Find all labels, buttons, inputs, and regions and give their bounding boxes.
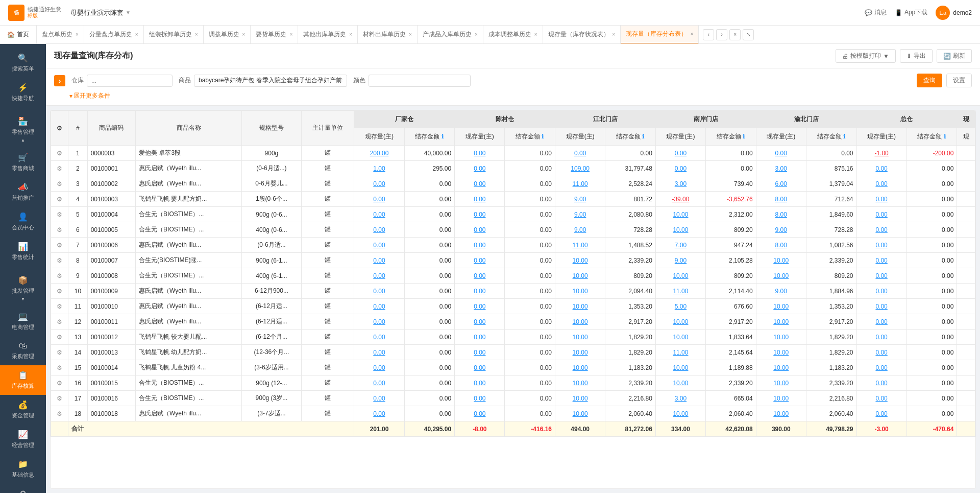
- cell-yubei-qty[interactable]: 8.00: [756, 238, 806, 253]
- close-icon[interactable]: ×: [195, 32, 198, 37]
- cell-yubei-qty[interactable]: 6.00: [756, 176, 806, 192]
- tab-inventory-dist[interactable]: 现存量（库存分布表） ×: [621, 26, 699, 44]
- settings-icon[interactable]: ⚙: [57, 125, 62, 132]
- cell-total-qty[interactable]: 0.00: [856, 391, 906, 406]
- cell-jiangbei-qty[interactable]: 10.00: [555, 406, 605, 421]
- sidebar-item-system[interactable]: ⚙ 系统管理: [0, 484, 46, 493]
- cell-jiangbei-qty[interactable]: 10.00: [555, 330, 605, 345]
- cell-jiangbei-qty[interactable]: 9.00: [555, 207, 605, 222]
- cell-settings[interactable]: ⚙: [51, 176, 68, 192]
- cell-nanan-qty[interactable]: 10.00: [655, 375, 705, 391]
- cell-total-qty[interactable]: 0.00: [856, 299, 906, 314]
- tab-home[interactable]: 🏠 首页: [0, 26, 37, 44]
- cell-changjiaCun-qty[interactable]: 0.00: [354, 299, 404, 314]
- cell-changjiaCun-qty[interactable]: 0.00: [354, 284, 404, 299]
- cell-nanan-qty[interactable]: 3.00: [655, 176, 705, 192]
- cell-yubei-qty[interactable]: 10.00: [756, 375, 806, 391]
- cell-chencun-qty[interactable]: 0.00: [455, 146, 505, 161]
- tab-assemble[interactable]: 组装拆卸单历史 ×: [144, 26, 204, 44]
- cell-total-qty[interactable]: 0.00: [856, 375, 906, 391]
- cell-yubei-qty[interactable]: 10.00: [756, 345, 806, 360]
- cell-chencun-qty[interactable]: 0.00: [455, 253, 505, 268]
- cell-changjiaCun-qty[interactable]: 0.00: [354, 207, 404, 222]
- tab-expand-button[interactable]: ⤡: [743, 29, 754, 40]
- tab-cost-adjust[interactable]: 成本调整单历史 ×: [483, 26, 543, 44]
- cell-jiangbei-qty[interactable]: 10.00: [555, 299, 605, 314]
- cell-chencun-qty[interactable]: 0.00: [455, 391, 505, 406]
- cell-nanan-qty[interactable]: 0.00: [655, 161, 705, 176]
- cell-changjiaCun-qty[interactable]: 0.00: [354, 238, 404, 253]
- cell-jiangbei-qty[interactable]: 10.00: [555, 375, 605, 391]
- sidebar-item-quicknav[interactable]: ⚡ 快捷导航: [0, 78, 46, 107]
- goods-input[interactable]: [194, 75, 347, 87]
- sidebar-item-inventory[interactable]: 📋 库存核算: [0, 365, 46, 395]
- cell-chencun-qty[interactable]: 0.00: [455, 268, 505, 284]
- cell-chencun-qty[interactable]: 0.00: [455, 330, 505, 345]
- cell-jiangbei-qty[interactable]: 10.00: [555, 391, 605, 406]
- cell-yubei-qty[interactable]: 8.00: [756, 207, 806, 222]
- cell-nanan-qty[interactable]: 10.00: [655, 268, 705, 284]
- close-icon[interactable]: ×: [690, 31, 693, 37]
- cell-settings[interactable]: ⚙: [51, 391, 68, 406]
- cell-nanan-qty[interactable]: 7.00: [655, 238, 705, 253]
- cell-changjiaCun-qty[interactable]: 0.00: [354, 360, 404, 375]
- cell-settings[interactable]: ⚙: [51, 314, 68, 330]
- cell-settings[interactable]: ⚙: [51, 238, 68, 253]
- tab-requisition[interactable]: 要货单历史 ×: [251, 26, 298, 44]
- close-icon[interactable]: ×: [349, 32, 352, 37]
- company-dropdown[interactable]: 母婴行业演示陈套 ▼: [70, 8, 131, 17]
- sidebar-item-retail-shop[interactable]: 🛒 零售商城: [0, 148, 46, 177]
- cell-settings[interactable]: ⚙: [51, 146, 68, 161]
- message-button[interactable]: 💬 消息: [865, 8, 887, 17]
- cell-changjiaCun-qty[interactable]: 0.00: [354, 345, 404, 360]
- cell-nanan-qty[interactable]: -39.00: [655, 192, 705, 207]
- cell-total-qty[interactable]: 0.00: [856, 253, 906, 268]
- cell-total-qty[interactable]: 0.00: [856, 176, 906, 192]
- tab-other-out[interactable]: 其他出库单历史 ×: [298, 26, 358, 44]
- sidebar-item-member[interactable]: 👤 会员中心: [0, 207, 46, 237]
- cell-chencun-qty[interactable]: 0.00: [455, 314, 505, 330]
- sidebar-item-marketing[interactable]: 📣 营销推广: [0, 177, 46, 207]
- cell-nanan-qty[interactable]: 10.00: [655, 330, 705, 345]
- close-icon[interactable]: ×: [475, 32, 478, 37]
- cell-yubei-qty[interactable]: 10.00: [756, 391, 806, 406]
- cell-nanan-qty[interactable]: 0.00: [655, 146, 705, 161]
- cell-yubei-qty[interactable]: 9.00: [756, 284, 806, 299]
- close-icon[interactable]: ×: [289, 32, 292, 37]
- cell-nanan-qty[interactable]: 11.00: [655, 345, 705, 360]
- cell-total-qty[interactable]: 0.00: [856, 222, 906, 238]
- cell-changjiaCun-qty[interactable]: 0.00: [354, 330, 404, 345]
- cell-settings[interactable]: ⚙: [51, 406, 68, 421]
- cell-jiangbei-qty[interactable]: 11.00: [555, 238, 605, 253]
- cell-total-qty[interactable]: 0.00: [856, 360, 906, 375]
- close-icon[interactable]: ×: [135, 32, 138, 37]
- cell-settings[interactable]: ⚙: [51, 284, 68, 299]
- cell-chencun-qty[interactable]: 0.00: [455, 238, 505, 253]
- cell-yubei-qty[interactable]: 10.00: [756, 406, 806, 421]
- cell-nanan-qty[interactable]: 10.00: [655, 406, 705, 421]
- tab-next-button[interactable]: ›: [716, 29, 727, 40]
- cell-total-qty[interactable]: 0.00: [856, 192, 906, 207]
- cell-nanan-qty[interactable]: 10.00: [655, 360, 705, 375]
- tab-close-all-button[interactable]: ×: [729, 29, 741, 40]
- cell-yubei-qty[interactable]: 9.00: [756, 222, 806, 238]
- warehouse-input[interactable]: [87, 75, 173, 87]
- cell-chencun-qty[interactable]: 0.00: [455, 360, 505, 375]
- export-button[interactable]: ⬇ 导出: [900, 49, 933, 63]
- sidebar-item-finance[interactable]: 💰 资金管理: [0, 395, 46, 425]
- app-download-button[interactable]: 📱 App下载: [895, 8, 927, 17]
- cell-yubei-qty[interactable]: 10.00: [756, 253, 806, 268]
- cell-jiangbei-qty[interactable]: 10.00: [555, 345, 605, 360]
- cell-chencun-qty[interactable]: 0.00: [455, 406, 505, 421]
- close-icon[interactable]: ×: [242, 32, 246, 37]
- filter-expand-button[interactable]: ▾ 展开更多条件: [69, 91, 972, 100]
- cell-nanan-qty[interactable]: 9.00: [655, 253, 705, 268]
- sidebar-item-basic[interactable]: 📁 基础信息: [0, 454, 46, 484]
- cell-total-qty[interactable]: 0.00: [856, 345, 906, 360]
- cell-settings[interactable]: ⚙: [51, 268, 68, 284]
- sidebar-item-retail[interactable]: 🏪 零售管理 ▲: [0, 111, 46, 148]
- cell-changjiaCun-qty[interactable]: 0.00: [354, 253, 404, 268]
- user-profile[interactable]: Ea demo2: [936, 6, 972, 20]
- sidebar-item-purchase[interactable]: 🛍 采购管理: [0, 336, 46, 365]
- cell-chencun-qty[interactable]: 0.00: [455, 192, 505, 207]
